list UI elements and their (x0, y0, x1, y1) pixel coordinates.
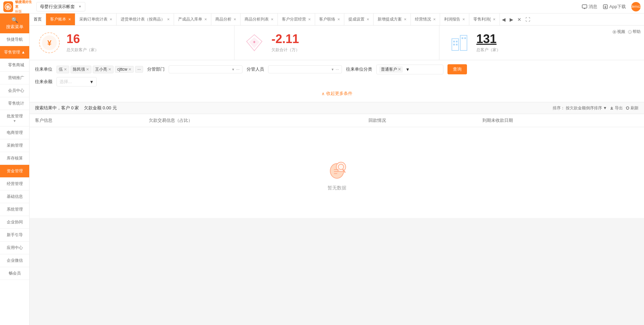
enterprise-selector[interactable]: 母婴行业演示帐套 ▼ (36, 2, 85, 11)
logo-area: 畅 畅捷通好生意 标版 (3, 0, 33, 14)
empty-state: 暂无数据 (30, 127, 644, 218)
tab-customer-contacts[interactable]: 客户联络 ✕ (315, 13, 344, 26)
stat-card-total-customers: 131 总客户（家） 视频 ? 帮助 (439, 26, 644, 60)
tab-customer-accounts[interactable]: 客户账本 ✕ (46, 13, 75, 26)
sidebar-item-system-mgmt[interactable]: 系统管理 (0, 203, 29, 216)
remove-tag-wang[interactable]: ✕ (108, 67, 111, 72)
remove-class-tag[interactable]: ✕ (398, 67, 401, 72)
query-button[interactable]: 查询 (447, 64, 467, 74)
tab-product-analysis[interactable]: 商品分析 ✕ (211, 13, 241, 26)
remove-tag-wu[interactable]: ✕ (64, 67, 67, 72)
sidebar-item-ecommerce-mgmt[interactable]: 电商管理 (0, 127, 29, 139)
svg-marker-19 (614, 31, 616, 33)
stat-icon-building (447, 31, 471, 55)
video-link[interactable]: 视频 (612, 29, 625, 35)
sidebar-item-quick-nav[interactable]: 快捷导航 (0, 33, 29, 46)
sidebar-item-new-guide[interactable]: 新手引导 (0, 229, 29, 242)
tab-profit-report[interactable]: 利润报告 ✕ (440, 13, 469, 26)
tab-close-add-tips-plan[interactable]: ✕ (404, 17, 406, 21)
tab-scroll-left[interactable]: ◀ (500, 13, 508, 26)
tab-close-purchase-order-stats[interactable]: ✕ (110, 17, 112, 21)
stat-card-credit-amount: ✦ -2.11 欠款合计（万） (234, 26, 439, 60)
tab-scroll-right[interactable]: ▶ (508, 13, 515, 26)
tab-close-product-analysis-list[interactable]: ✕ (271, 17, 273, 21)
app-download-button[interactable]: App下载 (603, 4, 626, 10)
result-bar: 搜索结果中，客户 0 家 欠款金额 0.00 元 排序： 按欠款金额倒序排序 ▼ (30, 102, 644, 114)
sidebar-item-retail-store[interactable]: 零售商城 (0, 59, 29, 72)
enterprise-dropdown-arrow: ▼ (78, 5, 82, 8)
tab-bar: 首页 客户账本 ✕ 采购订单统计表 ✕ 进货单统计表（按商品） ✕ 产成品入库单… (30, 13, 644, 26)
col-overdue-date: 到期未收款日期 (477, 114, 644, 127)
tab-close-product-analysis[interactable]: ✕ (233, 17, 236, 21)
tab-close-operations-status[interactable]: ✕ (433, 17, 436, 21)
sidebar-item-vip-member[interactable]: 畅会员 (0, 267, 29, 280)
col-payment-status: 回款情况 (363, 114, 477, 127)
col-customer-info: 客户信息 (30, 114, 143, 127)
tab-operations-status[interactable]: 经营情况 ✕ (411, 13, 440, 26)
user-avatar[interactable]: demo2 (631, 2, 641, 11)
tab-purchase-order-stats[interactable]: 采购订单统计表 ✕ (75, 13, 117, 26)
tab-product-analysis-list[interactable]: 商品分析列表 ✕ (241, 13, 278, 26)
dept-select-more[interactable]: ··· (236, 67, 240, 72)
tab-purchase-entry-stats[interactable]: 进货单统计表（按商品） ✕ (117, 13, 174, 26)
tab-close-product-entry[interactable]: ✕ (204, 17, 207, 21)
tab-close-purchase-entry-stats[interactable]: ✕ (167, 17, 170, 21)
sidebar-item-member-center[interactable]: 会员中心 (0, 84, 29, 97)
unit-class-select[interactable]: 普通客户 ✕ ▼ (376, 65, 443, 74)
help-link[interactable]: ? 帮助 (628, 29, 641, 35)
sidebar-item-finance-mgmt[interactable]: 资金管理 (0, 165, 29, 178)
message-button[interactable]: 消息 (582, 4, 597, 10)
retail-mgmt-arrow: ▲ (21, 50, 25, 55)
more-unit-tags[interactable]: ··· (135, 66, 143, 73)
empty-row: 暂无数据 (30, 127, 644, 218)
svg-text:?: ? (629, 31, 631, 34)
svg-rect-15 (456, 44, 458, 45)
sidebar-item-enterprise-wechat[interactable]: 企业微信 (0, 254, 29, 267)
remove-tag-chen[interactable]: ✕ (86, 67, 89, 72)
tab-home[interactable]: 首页 (30, 13, 46, 26)
sidebar-item-marketing[interactable]: 营销推广 (0, 72, 29, 84)
stat-value-total-customers: 131 (476, 33, 501, 45)
tab-retail-profit[interactable]: 零售利润( ✕ (469, 13, 500, 26)
stat-info-credit-customers: 16 总欠款客户（家） (67, 33, 99, 53)
tab-close-all[interactable]: ✕ (515, 13, 523, 26)
svg-text:¥: ¥ (47, 39, 51, 47)
tab-close-customer-tier[interactable]: ✕ (308, 17, 311, 21)
person-select-more[interactable]: ··· (336, 67, 339, 72)
sidebar-item-app-center[interactable]: 应用中心 (0, 242, 29, 254)
tab-product-entry[interactable]: 产成品入库单 ✕ (174, 13, 211, 26)
dept-select[interactable]: ▼ ··· (169, 65, 243, 73)
export-button[interactable]: 导出 (610, 105, 623, 111)
person-select[interactable]: ▼ ··· (268, 65, 342, 73)
tab-add-tips-plan[interactable]: 新增提成方案 ✕ (374, 13, 411, 26)
wholesale-arrow: ▼ (13, 119, 16, 123)
sidebar: 🔍 搜索菜单 快捷导航 零售管理 ▲ 零售商城 营销推广 会员中心 零售统计 (0, 13, 30, 325)
svg-rect-2 (582, 5, 587, 8)
sidebar-item-purchase-mgmt[interactable]: 采购管理 (0, 139, 29, 152)
collapse-button[interactable]: ∧ 收起更多条件 (35, 89, 639, 98)
sidebar-item-wholesale-mgmt[interactable]: 批发管理 ▼ (0, 110, 29, 127)
svg-text:✦: ✦ (252, 39, 256, 45)
tab-close-retail-profit[interactable]: ✕ (493, 17, 496, 21)
sort-control[interactable]: 排序： 按欠款金额倒序排序 ▼ (553, 105, 607, 111)
tab-close-profit-report[interactable]: ✕ (462, 17, 465, 21)
person-label: 分管人员 (247, 66, 264, 72)
refresh-button[interactable]: 刷新 (626, 105, 639, 111)
sidebar-item-enterprise-collab[interactable]: 企业协同 (0, 216, 29, 229)
tab-close-tips-settings[interactable]: ✕ (367, 17, 369, 21)
remove-tag-cjttcw[interactable]: ✕ (128, 67, 131, 72)
sidebar-item-operations-mgmt[interactable]: 经营管理 (0, 178, 29, 190)
sidebar-search[interactable]: 🔍 搜索菜单 (0, 13, 29, 33)
tab-close-customer-accounts[interactable]: ✕ (68, 17, 71, 21)
tab-tips-settings[interactable]: 提成设置 ✕ (344, 13, 374, 26)
top-bar: 畅 畅捷通好生意 标版 母婴行业演示帐套 ▼ 消息 App下载 demo2 (0, 0, 644, 13)
filter-tag-cjttcw: cjttcw ✕ (115, 66, 134, 73)
sidebar-item-inventory-check[interactable]: 库存核算 (0, 152, 29, 165)
sidebar-item-retail-management[interactable]: 零售管理 ▲ (0, 46, 29, 59)
sidebar-item-basic-info[interactable]: 基础信息 (0, 190, 29, 203)
tab-close-customer-contacts[interactable]: ✕ (337, 17, 340, 21)
tab-fullscreen[interactable]: ⛶ (523, 13, 532, 26)
sidebar-item-retail-stats[interactable]: 零售统计 (0, 97, 29, 110)
remainder-select[interactable]: 选择... ▼ (56, 77, 97, 86)
tab-customer-tier[interactable]: 客户分层经营 ✕ (278, 13, 315, 26)
